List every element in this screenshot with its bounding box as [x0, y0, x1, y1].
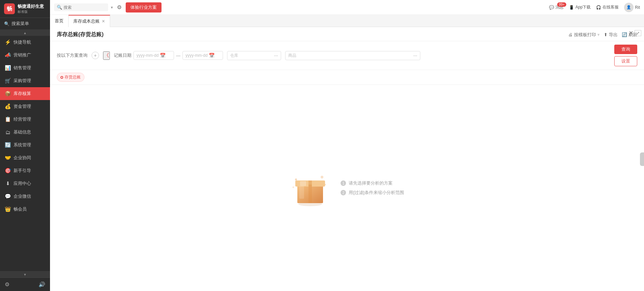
sidebar-item-base-info[interactable]: 🗂 基础信息 — [0, 126, 50, 139]
sidebar-item-newbie[interactable]: 🎯 新手引导 — [0, 164, 50, 177]
sidebar: 畅 畅捷通好生意 标准版 🔍 搜索菜单 ▲ ⚡ 快捷导航 📣 营销推广 📊 销售… — [0, 0, 50, 291]
topbar-search-input[interactable] — [64, 5, 91, 10]
svg-point-8 — [295, 178, 297, 180]
sidebar-item-purchase[interactable]: 🛒 采购管理 — [0, 74, 50, 87]
topbar-dropdown-icon[interactable]: ▾ — [111, 5, 113, 10]
sidebar-item-label: 系统管理 — [14, 142, 31, 148]
print-btn[interactable]: 🖨 按模板打印 ▾ — [568, 32, 600, 38]
topbar: 🔍 ▾ ⚙ 体验行业方案 💬 消息 99+ 📱 App下载 🎧 在线客服 — [50, 0, 644, 15]
right-panel-tab[interactable] — [640, 152, 644, 166]
sidebar-item-sales[interactable]: 📊 销售管理 — [0, 62, 50, 74]
sidebar-item-marketing[interactable]: 📣 营销推广 — [0, 49, 50, 62]
sidebar-search-label: 搜索菜单 — [11, 21, 29, 27]
svg-point-9 — [321, 176, 323, 178]
sidebar-item-wechat[interactable]: 💬 企业微信 — [0, 190, 50, 203]
footer-audio-icon[interactable]: 🔊 — [39, 281, 45, 288]
sidebar-item-finance[interactable]: 💰 资金管理 — [0, 100, 50, 113]
sidebar-item-label: 营销推广 — [14, 52, 31, 58]
member-icon: 👑 — [5, 206, 11, 212]
logo-icon: 畅 — [4, 3, 15, 14]
app-download-action[interactable]: 📱 App下载 — [569, 4, 591, 10]
logo-text: 畅捷通好生意 标准版 — [18, 4, 44, 14]
main-area: 🔍 ▾ ⚙ 体验行业方案 💬 消息 99+ 📱 App下载 🎧 在线客服 — [50, 0, 644, 291]
page-header-actions: 🖨 按模板打印 ▾ ⬆ 导出 🔄 刷新 — [568, 32, 637, 38]
scroll-down-btn[interactable]: ▼ — [0, 271, 50, 277]
svg-rect-6 — [308, 185, 312, 203]
date-from-placeholder: yyyy-mm-dd — [137, 53, 158, 58]
wechat-icon: 💬 — [5, 193, 11, 199]
query-btn[interactable]: 查询 — [614, 45, 637, 54]
sidebar-item-label: 资金管理 — [14, 103, 31, 110]
hint-num-2: 2 — [341, 190, 346, 195]
sidebar-nav-list: ⚡ 快捷导航 📣 营销推广 📊 销售管理 🛒 采购管理 📦 库存核算 💰 资金管… — [0, 36, 50, 271]
topbar-gear-icon[interactable]: ⚙ — [117, 4, 122, 10]
sidebar-item-label: 采购管理 — [14, 78, 31, 84]
sidebar-item-member[interactable]: 👑 畅会员 — [0, 203, 50, 216]
warehouse-placeholder: 仓库 — [230, 53, 238, 58]
operation-icon: 📋 — [5, 116, 11, 122]
tab-close-icon[interactable]: ✕ — [102, 19, 105, 24]
content-close-btn[interactable]: ✕ ⤢ — [629, 30, 641, 36]
warehouse-select[interactable]: 仓库 ··· — [227, 51, 281, 60]
industry-btn[interactable]: 体验行业方案 — [126, 2, 162, 13]
sidebar-item-quick-nav[interactable]: ⚡ 快捷导航 — [0, 36, 50, 49]
settings-btn[interactable]: 设置 — [614, 56, 637, 66]
sidebar-item-label: 销售管理 — [14, 65, 31, 71]
tab-inventory-cost[interactable]: 库存成本总账 ✕ — [69, 15, 110, 27]
date-from-input[interactable]: yyyy-mm-dd 📅 — [133, 51, 174, 60]
calendar-to-icon[interactable]: 📅 — [209, 53, 215, 58]
online-service-label: 在线客服 — [602, 4, 619, 10]
sales-icon: 📊 — [5, 65, 11, 71]
export-btn[interactable]: ⬆ 导出 — [604, 32, 618, 38]
edition-label: 标准版 — [18, 9, 44, 14]
empty-svg — [290, 168, 330, 208]
sidebar-item-label: 新手引导 — [14, 168, 31, 174]
marketing-icon: 📣 — [5, 52, 11, 58]
sidebar-item-inventory[interactable]: 📦 库存核算 — [0, 87, 50, 100]
app-download-label: App下载 — [575, 4, 591, 10]
tab-home[interactable]: 首页 — [50, 15, 69, 27]
refresh-icon: 🔄 — [622, 32, 627, 37]
base-info-icon: 🗂 — [5, 129, 11, 135]
svg-point-11 — [293, 187, 294, 188]
scheme-tag-label: 存货总账 — [65, 74, 81, 80]
sidebar-logo: 畅 畅捷通好生意 标准版 — [0, 0, 50, 18]
footer-settings-icon[interactable]: ⚙ — [5, 281, 9, 288]
hint-text-1: 请先选择要分析的方案 — [349, 180, 393, 186]
sidebar-search[interactable]: 🔍 搜索菜单 — [0, 18, 50, 29]
tabs-bar: 首页 库存成本总账 ✕ — [50, 15, 644, 27]
sidebar-item-appstore[interactable]: ⬇ 应用中心 — [0, 177, 50, 190]
content-area: 库存总账(存货总账) 🖨 按模板打印 ▾ ⬆ 导出 🔄 刷新 ✕ ⤢ — [50, 27, 644, 291]
print-dropdown-icon: ▾ — [597, 32, 600, 37]
svg-point-10 — [325, 184, 326, 185]
appstore-icon: ⬇ — [5, 180, 11, 187]
sidebar-item-operation[interactable]: 📋 经营管理 — [0, 113, 50, 126]
user-area[interactable]: 👤 Rit — [624, 3, 640, 12]
scroll-up-btn[interactable]: ▲ — [0, 29, 50, 36]
date-to-input[interactable]: yyyy-mm-dd 📅 — [182, 51, 223, 60]
online-service-action[interactable]: 🎧 在线客服 — [596, 4, 619, 10]
msg-badge: 99+ — [557, 2, 566, 7]
filter-collapse-btn[interactable]: 《 — [103, 51, 110, 60]
sidebar-item-system[interactable]: 🔄 系统管理 — [0, 139, 50, 151]
goods-select[interactable]: 商品 ··· — [285, 51, 420, 60]
msg-action[interactable]: 💬 消息 99+ — [549, 4, 564, 10]
close-icon: ✕ — [629, 30, 633, 36]
tab-inventory-cost-label: 库存成本总账 — [73, 18, 100, 24]
page-header: 库存总账(存货总账) 🖨 按模板打印 ▾ ⬆ 导出 🔄 刷新 ✕ ⤢ — [50, 27, 644, 41]
avatar: 👤 — [624, 3, 634, 12]
empty-text: 1 请先选择要分析的方案 2 用[过滤]条件来缩小分析范围 — [341, 180, 404, 196]
sidebar-item-label: 畅会员 — [14, 206, 27, 212]
filter-add-btn[interactable]: + — [92, 52, 99, 59]
sidebar-item-label: 应用中心 — [14, 180, 31, 187]
scheme-tag[interactable]: 存货总账 — [57, 73, 84, 82]
page-title: 库存总账(存货总账) — [57, 31, 104, 38]
svg-rect-7 — [299, 186, 304, 199]
print-icon: 🖨 — [568, 32, 573, 37]
topbar-search-area[interactable]: 🔍 — [54, 3, 108, 11]
topbar-search-icon: 🔍 — [57, 5, 62, 10]
empty-state: 1 请先选择要分析的方案 2 用[过滤]条件来缩小分析范围 — [50, 85, 644, 291]
sidebar-item-cooperation[interactable]: 🤝 企业协同 — [0, 151, 50, 164]
goods-placeholder: 商品 — [288, 53, 296, 58]
calendar-from-icon[interactable]: 📅 — [160, 53, 166, 58]
